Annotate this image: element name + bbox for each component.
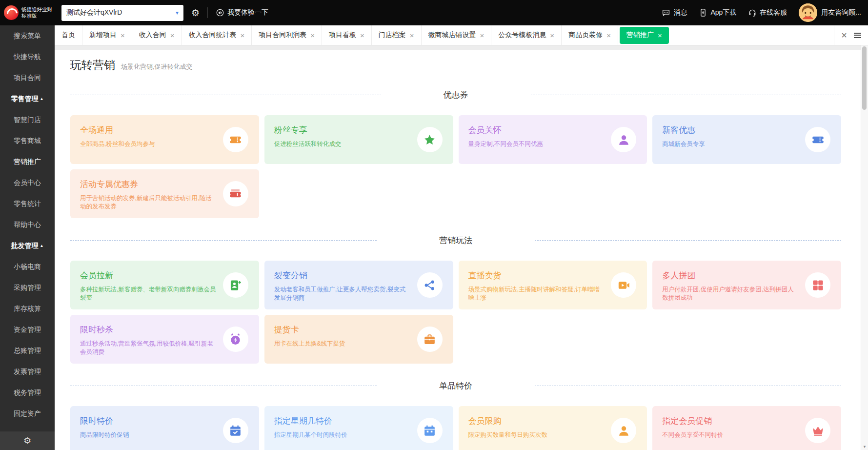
tab-close-icon[interactable]: × (121, 32, 125, 39)
promo-section: 优惠券 全场通用 全部商品,粉丝和会员均参与 粉丝专享 促进粉丝活跃和转化成交 … (70, 89, 841, 218)
promo-card[interactable]: 直播卖货 场景式购物新玩法,主播随时讲解和答疑,订单噌噌噌上涨 (459, 261, 647, 309)
scrollbar[interactable]: ▾ (861, 45, 868, 450)
sidebar-item-label: 会员中心 (14, 179, 41, 187)
tab[interactable]: 收入合同统计表 × (182, 25, 252, 45)
tab[interactable]: 收入合同 × (132, 25, 182, 45)
settings-gear-button[interactable]: ⚙ (191, 8, 200, 18)
promo-card[interactable]: 全场通用 全部商品,粉丝和会员均参与 (70, 115, 259, 164)
tab[interactable]: 商品页装修 × (562, 25, 618, 45)
promo-card[interactable]: 新客优惠 商城新会员专享 (652, 115, 841, 164)
member-card-icon (229, 279, 242, 292)
section-heading: 营销玩法 (70, 235, 841, 246)
sidebar-item[interactable]: 固定资产 (0, 403, 55, 424)
tab-close-icon[interactable]: × (170, 32, 175, 39)
avatar[interactable] (799, 3, 817, 22)
tab-label: 门店档案 (379, 31, 406, 40)
sidebar-item[interactable]: 采购管理 (0, 277, 55, 298)
dashed-divider-left (70, 386, 377, 386)
promo-card[interactable]: 粉丝专享 促进粉丝活跃和转化成交 (264, 115, 453, 164)
sidebar-item[interactable]: 项目合同 (0, 67, 55, 88)
sidebar-item-label: 税务管理 (14, 389, 41, 397)
card-title: 限时秒杀 (80, 324, 217, 335)
card-desc: 商城新会员专享 (662, 140, 799, 148)
promo-card[interactable]: 指定星期几特价 指定星期几某个时间段特价 (264, 406, 453, 450)
sidebar-item[interactable]: 营销推广 (0, 151, 55, 172)
card-icon-circle (417, 127, 443, 152)
tab-close-icon[interactable]: × (658, 32, 662, 39)
online-service-label: 在线客服 (760, 8, 787, 17)
sidebar-item-label: 总账管理 (14, 347, 41, 355)
tab-close-icon[interactable]: × (480, 32, 484, 39)
sidebar-item[interactable]: 快捷导航 (0, 46, 55, 67)
tab-label: 公众号模板消息 (498, 31, 546, 40)
tab[interactable]: 项目看板 × (322, 25, 372, 45)
tab[interactable]: 门店档案 × (372, 25, 422, 45)
sidebar-item[interactable]: 税务管理 (0, 382, 55, 403)
sidebar-item[interactable]: 会员中心 (0, 172, 55, 193)
sidebar-item[interactable]: 资金管理 (0, 319, 55, 340)
messages-button[interactable]: 消息 (662, 8, 687, 17)
card-icon-circle (417, 272, 443, 298)
tab-label: 项目合同利润表 (259, 31, 306, 40)
ticket-icon (229, 133, 242, 146)
sidebar-item[interactable]: 小畅电商 (0, 256, 55, 277)
card-icon-circle (417, 418, 443, 443)
promo-card[interactable]: 活动专属优惠券 用于营销活动的发券,新建后只能被活动引用,随活动的发布发券 (70, 169, 259, 218)
tab[interactable]: 首页 (55, 25, 82, 45)
scrollbar-thumb[interactable] (862, 46, 867, 110)
sidebar-item[interactable]: 帮助中心 (0, 214, 55, 235)
promo-card[interactable]: 会员关怀 量身定制,不同会员不同优惠 (459, 115, 647, 164)
account-select[interactable]: 测试好会计qXVlrD ▾ (61, 5, 183, 21)
promo-card[interactable]: 限时秒杀 通过秒杀活动,营造紧张气氛,用较低价格,吸引新老会员消费 (70, 315, 259, 364)
tab-close-icon[interactable]: × (310, 32, 315, 39)
content-column: 首页 新增项目 × 收入合同 × 收入合同统计表 × 项目合同利润表 × 项目看… (55, 25, 868, 450)
sidebar-item[interactable]: 总账管理 (0, 340, 55, 361)
tab-close-icon[interactable]: × (550, 32, 554, 39)
tabbar: 首页 新增项目 × 收入合同 × 收入合同统计表 × 项目合同利润表 × 项目看… (55, 25, 868, 45)
sidebar-item-label: 营销推广 (14, 158, 41, 166)
tab[interactable]: 微商城店铺设置 × (422, 25, 492, 45)
tab-close-icon[interactable]: × (410, 32, 414, 39)
sidebar-item[interactable]: 搜索菜单 (0, 25, 55, 46)
sidebar-item[interactable]: 零售统计 (0, 193, 55, 214)
sidebar-item-label: 零售商城 (14, 137, 41, 145)
tab-list-button[interactable] (854, 33, 861, 38)
promo-card[interactable]: 提货卡 用卡在线上兑换&线下提货 (264, 315, 453, 364)
tab-close-icon[interactable]: × (606, 32, 611, 39)
app-edition: 标准版 (21, 13, 52, 19)
scroll-down-arrow[interactable]: ▾ (861, 444, 868, 449)
tab[interactable]: 公众号模板消息 × (491, 25, 562, 45)
app-download-button[interactable]: App下载 (699, 8, 736, 17)
user-menu[interactable]: 用友咨询顾... (799, 3, 861, 22)
card-title: 粉丝专享 (274, 124, 411, 136)
card-icon-circle (611, 418, 636, 443)
sidebar-item[interactable]: 库存核算 (0, 298, 55, 319)
sidebar-item[interactable]: 智慧门店 (0, 109, 55, 130)
calendar-icon (423, 424, 436, 437)
promo-card[interactable]: 限时特价 商品限时特价促销 (70, 406, 259, 450)
sidebar-item-label: 资金管理 (14, 326, 41, 334)
close-tabs-button[interactable]: × (841, 30, 847, 40)
promo-card[interactable]: 指定会员促销 不同会员享受不同特价 (652, 406, 841, 450)
card-grid: 会员拉新 多种拉新玩法,新客赠券、老带新双向赠券刺激会员裂变 裂变分销 发动老客… (70, 261, 841, 364)
promo-card[interactable]: 多人拼团 用户付款开团,促使用户邀请好友参团,达到拼团人数拼团成功 (652, 261, 841, 309)
tab-close-icon[interactable]: × (241, 32, 245, 39)
tab[interactable]: 新增项目 × (82, 25, 132, 45)
tab[interactable]: 营销推广 × (620, 27, 669, 44)
promo-card[interactable]: 裂变分销 发动老客和员工做推广,让更多人帮您卖货,裂变式发展分销商 (264, 261, 453, 309)
sidebar-item[interactable]: 零售管理 ▲ (0, 88, 55, 109)
tab-close-icon[interactable]: × (360, 32, 364, 39)
sidebar-item[interactable]: 批发管理 ▲ (0, 235, 55, 256)
chevron-up-icon: ▲ (40, 97, 44, 101)
promo-card[interactable]: 会员限购 限定购买数量和每日购买次数 (459, 406, 647, 450)
card-icon-circle (805, 418, 830, 443)
sidebar-settings-button[interactable]: ⚙ (0, 431, 55, 450)
sidebar-item[interactable]: 零售商城 (0, 130, 55, 151)
sidebar-item[interactable]: 发票管理 (0, 361, 55, 382)
online-service-button[interactable]: 在线客服 (748, 8, 787, 17)
experience-button[interactable]: 我要体验一下 (216, 8, 268, 17)
dashed-divider-right (535, 386, 841, 386)
promo-card[interactable]: 会员拉新 多种拉新玩法,新客赠券、老带新双向赠券刺激会员裂变 (70, 261, 259, 309)
tab[interactable]: 项目合同利润表 × (252, 25, 322, 45)
chat-bubble-icon (662, 8, 670, 17)
